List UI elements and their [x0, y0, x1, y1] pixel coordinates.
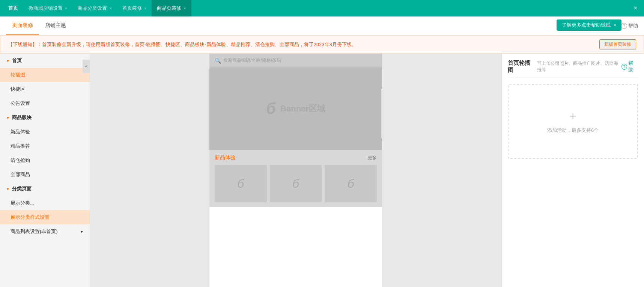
product-item-3: б — [325, 165, 377, 202]
help-bubble-close[interactable]: × — [614, 22, 616, 28]
new-products-title: 新品体验 — [215, 154, 236, 161]
sidebar-item-featured[interactable]: 精品推荐 — [0, 139, 90, 153]
search-placeholder-text: 搜索商品编码/名称/规格/条码 — [223, 57, 281, 64]
preview-phone: 🔍 搜索商品编码/名称/规格/条码 б Banner区域 — [209, 54, 382, 287]
panel-title: 首页轮播图 — [508, 60, 534, 74]
sidebar-item-show-category[interactable]: 展示分类... — [0, 196, 90, 210]
plus-icon: + — [569, 109, 576, 123]
banner-logo: б — [266, 100, 276, 118]
window-close-button[interactable]: × — [630, 5, 641, 12]
tab-home[interactable]: 首页 — [3, 0, 23, 16]
sidebar-section-category[interactable]: ▼ 分类页面 — [0, 182, 90, 196]
qr-overlay: 扫码预览效果 — [381, 88, 382, 139]
panel-header: 首页轮播图 可上传公司照片、商品推广图片、活动海报等 ? 帮助 — [508, 60, 638, 78]
notice-bar: 【下线通知】：首页装修全新升级，请使用新版首页装修，首页-轮播图、快捷区、商品板… — [0, 35, 644, 54]
add-banner-button[interactable]: + 添加活动，最多支持6个 — [508, 84, 638, 159]
arrow-products: ▼ — [6, 116, 10, 120]
product-item-1: б — [215, 165, 267, 202]
new-decoration-button[interactable]: 新版首页装修 — [599, 39, 636, 49]
center-preview: 🔍 搜索商品编码/名称/规格/条码 б Banner区域 — [90, 54, 501, 287]
sidebar-item-all-products[interactable]: 全部商品 — [0, 167, 90, 182]
notice-text: 【下线通知】：首页装修全新升级，请使用新版首页装修，首页-轮播图、快捷区、商品板… — [8, 41, 357, 48]
sidebar-item-shortcut[interactable]: 快捷区 — [0, 82, 90, 96]
sidebar-item-carousel[interactable]: 轮播图 — [0, 68, 90, 82]
sidebar-section-products[interactable]: ▼ 商品版块 — [0, 111, 90, 125]
tab-category-settings[interactable]: 商品分类设置 × — [72, 0, 117, 16]
products-grid: б б б — [215, 165, 377, 202]
top-nav: 首页 微商城店铺设置 × 商品分类设置 × 首页装修 × 商品页装修 × × — [0, 0, 644, 16]
help-bubble: 了解更多点击帮助试试 × — [557, 19, 621, 31]
right-panel-help[interactable]: ? 帮助 — [621, 60, 638, 73]
close-tab-category-settings[interactable]: × — [109, 6, 111, 10]
preview-search-bar: 🔍 搜索商品编码/名称/规格/条码 — [209, 54, 382, 67]
right-panel: 首页轮播图 可上传公司照片、商品推广图片、活动海报等 ? 帮助 + 添加活动，最… — [501, 54, 644, 287]
banner-content: б Banner区域 — [266, 100, 325, 118]
close-tab-product-decoration[interactable]: × — [184, 6, 186, 10]
sidebar-item-product-list[interactable]: 商品列表设置(非首页) ▼ — [0, 224, 90, 239]
arrow-category: ▼ — [6, 187, 10, 191]
sidebar: « ▼ 首页 轮播图 快捷区 公告设置 ▼ 商品版块 新品体验 精品推荐 清仓抢… — [0, 54, 90, 287]
sidebar-item-notice[interactable]: 公告设置 — [0, 96, 90, 111]
tab-store-settings[interactable]: 微商城店铺设置 × — [23, 0, 72, 16]
help-button[interactable]: ? 帮助 — [621, 22, 638, 29]
add-banner-label: 添加活动，最多支持6个 — [547, 127, 599, 134]
help-bubble-text: 了解更多点击帮助试试 — [562, 22, 611, 28]
tab-product-decoration[interactable]: 商品页装修 × — [152, 0, 191, 16]
close-tab-store-settings[interactable]: × — [65, 6, 67, 10]
main-content: « ▼ 首页 轮播图 快捷区 公告设置 ▼ 商品版块 新品体验 精品推荐 清仓抢… — [0, 54, 644, 287]
sub-tabs-bar: 页面装修 店铺主题 了解更多点击帮助试试 × 视频 ? 帮助 — [0, 16, 644, 35]
sidebar-collapse-button[interactable]: « — [83, 60, 90, 73]
preview-banner[interactable]: б Banner区域 — [209, 67, 382, 150]
sidebar-item-clearance[interactable]: 清仓抢购 — [0, 153, 90, 167]
close-tab-home-decoration[interactable]: × — [144, 6, 146, 10]
sidebar-section-home[interactable]: ▼ 首页 — [0, 54, 90, 68]
search-icon: 🔍 — [215, 58, 221, 64]
tab-page-decoration[interactable]: 页面装修 — [6, 16, 39, 35]
sidebar-item-category-style[interactable]: 展示分类样式设置 — [0, 210, 90, 224]
chevron-down-icon: ▼ — [80, 230, 84, 234]
sidebar-item-new-experience[interactable]: 新品体验 — [0, 125, 90, 139]
product-item-2: б — [270, 165, 322, 202]
tab-store-theme[interactable]: 店铺主题 — [39, 16, 72, 35]
panel-subtitle: 可上传公司照片、商品推广图片、活动海报等 — [537, 60, 621, 73]
tab-home-decoration[interactable]: 首页装修 × — [117, 0, 152, 16]
arrow-home: ▼ — [6, 59, 10, 63]
preview-new-products: 新品体验 更多 б б б — [209, 150, 382, 207]
new-products-more: 更多 — [368, 155, 377, 161]
